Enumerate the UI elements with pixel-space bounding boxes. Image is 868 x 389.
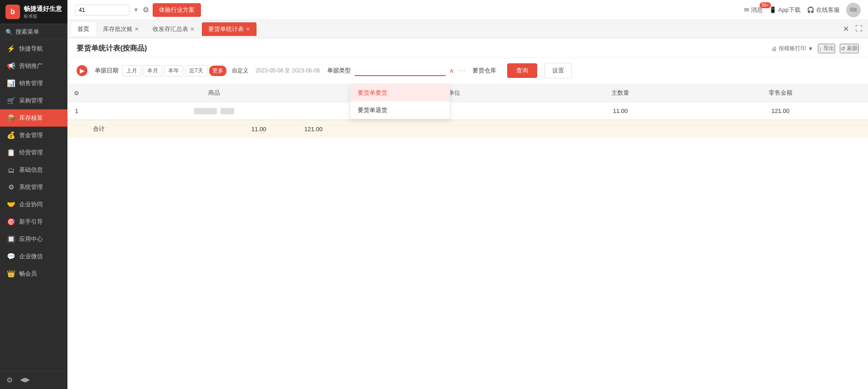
messages-button[interactable]: ✉ 消息 99+ — [744, 6, 763, 14]
cell-amount: 121.00 — [693, 102, 868, 120]
sidebar-item-finance[interactable]: 💰资金管理 — [0, 127, 67, 144]
col-quantity: 主数量 — [548, 84, 693, 102]
sidebar-item-label-finance: 资金管理 — [19, 131, 43, 139]
date-btn-this-month[interactable]: 本月 — [143, 65, 162, 77]
sidebar-item-basic[interactable]: 🗂基础信息 — [0, 161, 67, 179]
marketing-icon: 📢 — [6, 62, 15, 70]
date-btn-more[interactable]: 更多 — [209, 66, 226, 76]
operation-icon: 📋 — [6, 148, 15, 157]
footer-quantity: 11.00 — [252, 126, 267, 133]
tab-inventory-batch-label: 库存批次账 — [103, 25, 133, 33]
topbar-search-input[interactable] — [75, 5, 129, 15]
print-icon: 🖨 — [771, 46, 777, 52]
topbar-gear-icon[interactable]: ⚙ — [143, 5, 149, 14]
type-label: 单据类型 — [327, 67, 351, 75]
type-input[interactable] — [354, 66, 446, 76]
user-avatar[interactable]: Rit — [846, 3, 861, 17]
enterprise-icon: 🤝 — [6, 200, 15, 209]
app-title: 畅捷通好生意 — [24, 5, 62, 13]
topbar-promo-button[interactable]: 体验行业方案 — [153, 3, 201, 17]
sidebar-item-marketing[interactable]: 📢营销推广 — [0, 57, 67, 75]
table-settings-icon[interactable]: ⚙ — [74, 90, 79, 97]
type-more-icon[interactable]: ··· — [459, 67, 465, 75]
sales-icon: 📊 — [6, 79, 15, 87]
footer-amount: 121.00 — [304, 126, 323, 133]
settings-icon[interactable]: ⚙ — [6, 376, 13, 384]
dropdown-item-order-return[interactable]: 要货单退货 — [350, 102, 450, 119]
app-icon: b — [5, 5, 20, 19]
date-btn-this-year[interactable]: 本年 — [164, 65, 183, 77]
tab-receivable-close[interactable]: ✕ — [190, 26, 195, 32]
tab-inventory-batch[interactable]: 库存批次账 ✕ — [97, 22, 145, 36]
sidebar-item-label-marketing: 营销推广 — [19, 62, 43, 70]
col-amount: 零售金额 — [693, 84, 868, 102]
app-subtitle: 标准版 — [24, 13, 62, 19]
online-service-button[interactable]: 🎧 在线客服 — [807, 6, 840, 14]
sidebar-search[interactable]: 🔍 搜索菜单 — [0, 24, 67, 40]
footer-label: 合计 — [93, 125, 105, 132]
warehouse-label: 要货仓库 — [473, 67, 496, 75]
btn-query[interactable]: 查询 — [507, 63, 537, 78]
app-download-button[interactable]: 📱 App下载 — [769, 6, 801, 14]
message-icon: ✉ — [744, 6, 749, 13]
date-btn-custom[interactable]: 自定义 — [228, 66, 252, 76]
sidebar-item-sales[interactable]: 📊销售管理 — [0, 75, 67, 92]
btn-settings-filter[interactable]: 设置 — [544, 63, 572, 78]
btn-export[interactable]: ↓ 导出 — [818, 44, 835, 53]
quick-nav-icon: ⚡ — [6, 45, 15, 53]
sidebar-item-label-enterprise: 企业协同 — [19, 200, 43, 209]
sidebar-item-guide[interactable]: 🎯新手引导 — [0, 213, 67, 230]
cell-quantity: 11.00 — [548, 102, 693, 120]
sidebar-item-quick-nav[interactable]: ⚡快捷导航 — [0, 40, 67, 57]
online-service-label: 在线客服 — [816, 6, 840, 14]
tab-order-stat-label: 要货单统计表 — [208, 25, 244, 33]
btn-refresh[interactable]: ↺ 刷新 — [840, 44, 859, 53]
sidebar-item-inventory[interactable]: 📦库存核算 — [0, 109, 67, 127]
sidebar-item-operation[interactable]: 📋经营管理 — [0, 144, 67, 161]
table-row: 1 块 11.00 121.00 — [67, 102, 868, 120]
date-btn-last-month[interactable]: 上月 — [122, 65, 141, 77]
search-icon: 🔍 — [5, 29, 13, 36]
table-footer: 合计 11.00 121.00 — [67, 120, 868, 138]
sidebar-item-wechat[interactable]: 💬企业微信 — [0, 248, 67, 265]
sidebar-footer: ⚙ ◀▶ — [0, 371, 67, 389]
sidebar-item-label-guide: 新手引导 — [19, 218, 43, 226]
main-area: ▼ ⚙ 体验行业方案 ✉ 消息 99+ 📱 App下载 🎧 在线客服 Rit — [67, 0, 868, 389]
date-label: 单据日期 — [95, 67, 118, 75]
filter-expand-button[interactable]: ▶ — [77, 65, 87, 76]
export-icon: ↓ — [819, 46, 822, 52]
date-range-display: 2023-05-06 至 2023-06-06 — [256, 67, 320, 75]
tab-receivable[interactable]: 收发存汇总表 ✕ — [146, 22, 201, 36]
apps-icon: 🔲 — [6, 235, 15, 243]
type-dropdown-icon[interactable]: ∧ — [449, 67, 454, 74]
tab-bar: 首页 库存批次账 ✕ 收发存汇总表 ✕ 要货单统计表 ✕ ✕ ⛶ — [67, 20, 868, 38]
sidebar-search-label: 搜索菜单 — [15, 28, 39, 36]
sidebar-item-member[interactable]: 👑畅会员 — [0, 265, 67, 282]
sidebar-item-label-sales: 销售管理 — [19, 79, 43, 87]
btn-template-print[interactable]: 🖨 按模板打印 ▼ — [771, 45, 813, 52]
col-product: 商品 — [86, 84, 343, 102]
topbar-dropdown-arrow[interactable]: ▼ — [133, 6, 139, 13]
sidebar-item-label-wechat: 企业微信 — [19, 252, 43, 261]
member-icon: 👑 — [6, 270, 15, 278]
tab-close-all-button[interactable]: ✕ — [841, 23, 851, 35]
dropdown-item-order-purchase[interactable]: 要货单要货 — [350, 84, 450, 102]
sidebar-item-purchase[interactable]: 🛒采购管理 — [0, 92, 67, 109]
sidebar: b 畅捷通好生意 标准版 🔍 搜索菜单 ⚡快捷导航📢营销推广📊销售管理🛒采购管理… — [0, 0, 67, 389]
tab-expand-button[interactable]: ⛶ — [853, 23, 864, 35]
sidebar-item-label-quick-nav: 快捷导航 — [19, 45, 43, 53]
type-dropdown-menu: 要货单要货 要货单退货 — [350, 84, 450, 119]
sidebar-item-label-operation: 经营管理 — [19, 148, 43, 157]
wechat-icon: 💬 — [6, 252, 15, 261]
sidebar-collapse-icon[interactable]: ◀▶ — [20, 376, 30, 384]
date-btn-7days[interactable]: 近7天 — [185, 65, 207, 77]
tab-order-stat[interactable]: 要货单统计表 ✕ — [202, 22, 257, 36]
tab-home[interactable]: 首页 — [71, 22, 96, 36]
btn-refresh-label: 刷新 — [847, 45, 858, 52]
tab-inventory-batch-close[interactable]: ✕ — [134, 26, 139, 32]
sidebar-item-system[interactable]: ⚙系统管理 — [0, 179, 67, 196]
sidebar-item-apps[interactable]: 🔲应用中心 — [0, 230, 67, 248]
sidebar-item-enterprise[interactable]: 🤝企业协同 — [0, 196, 67, 213]
data-table: ⚙ 商品 主计量单位 主数量 零售金额 1 块 11.00 121.00 — [67, 84, 868, 120]
tab-order-stat-close[interactable]: ✕ — [246, 26, 250, 32]
